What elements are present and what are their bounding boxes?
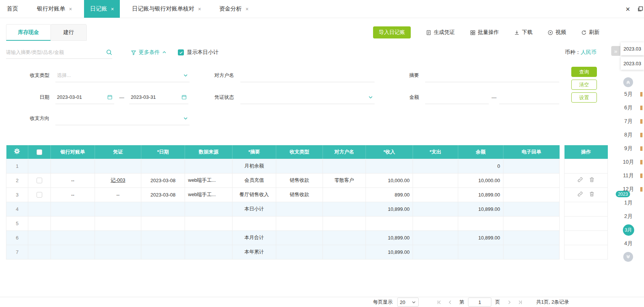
tab-fund-analysis[interactable]: 资金分析 ×: [213, 0, 255, 18]
date-label: 日期: [6, 91, 49, 104]
refresh-button[interactable]: 刷新: [581, 29, 600, 36]
last-page-button[interactable]: [515, 299, 526, 305]
records-summary: 共1页, 2条记录: [536, 299, 569, 305]
close-window-icon[interactable]: ×: [626, 5, 630, 13]
date-from-field[interactable]: 2023-03-01: [55, 91, 114, 104]
direction-select[interactable]: [55, 112, 190, 125]
batch-operations-button[interactable]: 批量操作: [470, 29, 499, 36]
double-chevron-right-icon: »: [614, 48, 617, 54]
tab-label: 银行对账单: [37, 5, 65, 12]
action-row: [564, 159, 608, 173]
col-header-actions: 操作: [564, 145, 608, 159]
tab-journal[interactable]: 日记账 ×: [84, 0, 120, 18]
delete-icon[interactable]: [589, 177, 595, 183]
action-row: [564, 187, 608, 202]
pagination-bar: 每页显示 20 第 页 共1页, 2条记录: [0, 297, 644, 307]
voucher-status-select[interactable]: [240, 91, 375, 104]
clear-button[interactable]: 清空: [571, 80, 597, 90]
table-row: 4 本日小计 10,899.00 10,899.00: [6, 202, 560, 216]
collapse-rail-button[interactable]: »: [611, 46, 620, 56]
table-row: 6 本月合计 10,899.00 10,899.00: [6, 230, 560, 245]
grid-icon: [470, 30, 476, 35]
amount-min-input[interactable]: [425, 91, 489, 104]
summary-filter-input[interactable]: [425, 69, 559, 82]
month-item-feb[interactable]: 2月: [614, 210, 642, 223]
period-to-chip[interactable]: 2023.03: [621, 57, 644, 70]
row-checkbox[interactable]: [37, 192, 42, 198]
col-header-category: 收支类型: [276, 145, 323, 159]
month-item-sep[interactable]: 9月: [614, 142, 642, 155]
double-chevron-down-icon: [626, 254, 631, 259]
table-row: 3 -- -- 2023-03-08 web端手工... 餐厅销售收入 销售收款…: [6, 187, 560, 202]
action-row: [564, 245, 608, 259]
month-marker: [640, 106, 642, 110]
currency-label: 币种：: [565, 49, 581, 56]
col-header-bank-statement: 银行对账单: [51, 145, 95, 159]
row-checkbox[interactable]: [37, 178, 42, 183]
generate-voucher-button[interactable]: 生成凭证: [426, 29, 455, 36]
date-range-dash: —: [114, 91, 129, 104]
video-button[interactable]: 视频: [548, 29, 566, 36]
amount-max-input[interactable]: [499, 91, 559, 104]
select-all-checkbox[interactable]: [37, 149, 42, 155]
play-circle-icon: [548, 30, 553, 35]
search-icon[interactable]: [106, 49, 112, 55]
first-page-button[interactable]: [434, 299, 445, 305]
close-tab-icon[interactable]: ×: [198, 6, 201, 12]
month-item-jul[interactable]: 7月: [614, 115, 642, 128]
select-all-header: [28, 145, 51, 159]
close-tab-icon[interactable]: ×: [111, 6, 114, 12]
tab-home[interactable]: 首页: [0, 0, 25, 18]
show-daily-subtotal-checkbox[interactable]: 显示本日小计: [178, 46, 219, 59]
counterparty-input[interactable]: [240, 69, 375, 82]
voucher-link[interactable]: 记-003: [110, 177, 125, 183]
chevron-down-icon: [411, 300, 416, 304]
download-button[interactable]: 下载: [514, 29, 532, 36]
action-row: [564, 216, 608, 230]
import-journal-button[interactable]: 导入日记账: [373, 26, 411, 38]
date-to-field[interactable]: 2023-03-31: [129, 91, 188, 104]
gear-icon[interactable]: [14, 148, 20, 154]
type-select[interactable]: 选择...: [55, 69, 190, 82]
scroll-months-down-button[interactable]: [623, 252, 633, 262]
subtab-cash[interactable]: 库存现金: [6, 24, 51, 41]
double-chevron-up-icon: [626, 80, 631, 85]
month-item-may[interactable]: 5月: [614, 87, 642, 101]
action-column-table: 操作: [564, 145, 608, 259]
next-page-button[interactable]: [504, 299, 515, 305]
month-item-mar-active[interactable]: 3月: [614, 223, 642, 237]
settings-button[interactable]: 设置: [571, 92, 597, 103]
period-from-chip[interactable]: 2023.03: [621, 42, 644, 55]
table-row: 5: [6, 216, 560, 230]
checkbox-checked-icon[interactable]: [178, 49, 184, 55]
prev-page-button[interactable]: [445, 299, 456, 305]
col-header-balance: 余额: [458, 145, 503, 159]
scroll-months-up-button[interactable]: [623, 77, 633, 87]
link-icon[interactable]: [577, 191, 583, 197]
month-item-oct[interactable]: 10月: [614, 155, 642, 169]
journal-main-table: 银行对账单 凭证 *日期 数据来源 *摘要 收支类型 对方户名 *收入 *支出 …: [6, 145, 560, 259]
month-item-apr[interactable]: 4月: [614, 237, 642, 250]
month-item-aug[interactable]: 8月: [614, 128, 642, 142]
subtab-ccb-bank[interactable]: 建行: [50, 24, 87, 41]
delete-icon[interactable]: [589, 191, 595, 197]
tab-bank-statement[interactable]: 银行对账单 ×: [31, 0, 78, 18]
currency-value[interactable]: 人民币: [581, 49, 597, 56]
page-prefix: 第: [459, 299, 464, 305]
page-number-input[interactable]: [468, 298, 491, 307]
query-button[interactable]: 查询: [571, 67, 597, 77]
maximize-icon[interactable]: [638, 6, 643, 12]
tab-journal-bank-reconcile[interactable]: 日记账与银行对账单核对 ×: [126, 0, 207, 18]
close-tab-icon[interactable]: ×: [246, 6, 249, 12]
more-filters-toggle[interactable]: 更多条件: [131, 46, 167, 59]
close-tab-icon[interactable]: ×: [69, 6, 72, 12]
month-item-jun[interactable]: 6月: [614, 101, 642, 115]
chevron-up-icon: [162, 50, 167, 55]
col-header-summary: *摘要: [233, 145, 276, 159]
month-item-nov[interactable]: 11月: [614, 169, 642, 183]
per-page-select[interactable]: 20: [397, 298, 419, 307]
month-item-jan[interactable]: 1月: [614, 196, 642, 210]
table-row: 7 本年累计 10,899.00: [6, 245, 560, 259]
link-icon[interactable]: [577, 177, 583, 183]
search-input[interactable]: [6, 49, 106, 55]
